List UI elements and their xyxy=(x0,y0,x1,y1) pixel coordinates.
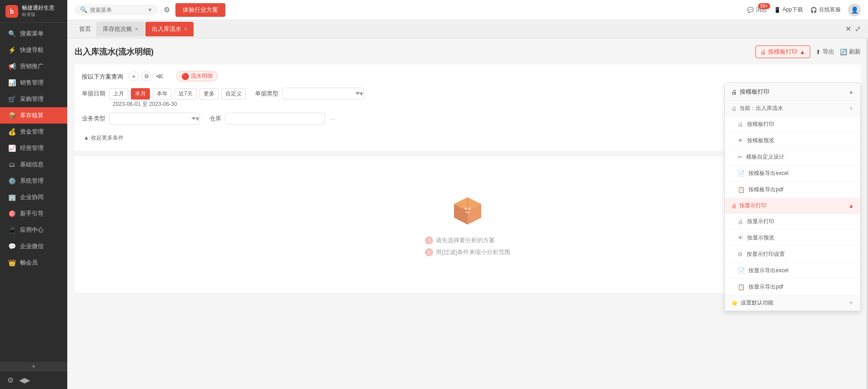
filter-tag[interactable]: 🔴 流水明细 xyxy=(176,71,218,81)
tip-text-2: 用[过滤]条件来缩小分析范围 xyxy=(436,248,510,256)
message-badge: 99+ xyxy=(758,3,770,9)
voucher-type-select[interactable] xyxy=(282,88,364,100)
dropdown-default-arrow: ▼ xyxy=(848,300,854,306)
filter-add-button[interactable]: + xyxy=(129,71,139,81)
search-dropdown-icon[interactable]: ▼ xyxy=(147,7,153,13)
sidebar-item-inventory[interactable]: 📦 库存核算 xyxy=(0,107,67,124)
tab-batch-close[interactable]: × xyxy=(135,26,138,32)
message-item[interactable]: 💬 消息 99+ xyxy=(747,6,767,14)
tab-flow[interactable]: 出入库流水 × xyxy=(145,22,194,36)
dropdown-item-display-preview[interactable]: 👁 按显示预览 xyxy=(725,230,860,246)
date-this-year[interactable]: 本年 xyxy=(153,88,172,100)
sidebar-item-system[interactable]: ⚙️ 系统管理 xyxy=(0,173,67,189)
sidebar-item-enterprise[interactable]: 🏢 企业协同 xyxy=(0,189,67,205)
print-template-button[interactable]: 🖨 按模板打印 ▲ xyxy=(755,45,810,58)
refresh-icon: 🔄 xyxy=(840,49,847,55)
header-gear-icon[interactable]: ⚙ xyxy=(164,5,170,14)
tab-batch[interactable]: 库存批次账 × xyxy=(96,22,145,36)
filter-gear-button[interactable]: ⚙ xyxy=(141,71,151,81)
empty-tip-1: 1 请先选择要分析的方案 xyxy=(425,236,510,244)
display-excel-icon: 📄 xyxy=(738,267,745,274)
sidebar-item-operations[interactable]: 📈 经营管理 xyxy=(0,140,67,156)
app-download-item[interactable]: 📱 App下载 xyxy=(774,6,803,14)
dropdown-item-template-design[interactable]: ✏ 模板自定义设计 xyxy=(725,149,860,165)
sidebar-icon-system: ⚙️ xyxy=(7,177,16,185)
date-7-days[interactable]: 近7天 xyxy=(175,88,197,100)
sidebar-icon-wechat: 💬 xyxy=(7,243,16,250)
display-settings-icon: ⚙ xyxy=(738,251,743,258)
sidebar-item-shortcut[interactable]: ⚡ 快捷导航 xyxy=(0,42,67,58)
tab-home[interactable]: 首页 xyxy=(75,22,95,36)
dropdown-default-section[interactable]: ⭐ 设置默认功能 ▼ xyxy=(725,295,860,311)
header-search-box[interactable]: 🔍 ▼ xyxy=(75,5,158,15)
main-area: 🔍 ▼ ⚙ 体验行业方案 💬 消息 99+ 📱 App下载 🎧 在线客服 👤 xyxy=(67,0,868,389)
dropdown-item-template-excel[interactable]: 📄 按模板导出excel xyxy=(725,165,860,182)
dropdown-current-section[interactable]: 🖨 当前：出入库流水 ▼ xyxy=(725,101,860,116)
sidebar-item-sales[interactable]: 📊 销售管理 xyxy=(0,75,67,91)
empty-svg xyxy=(449,193,486,229)
tab-close-all-button[interactable]: ✕ xyxy=(845,25,851,33)
svg-point-6 xyxy=(465,208,467,209)
tab-maximize-button[interactable]: ⤢ xyxy=(855,25,861,33)
sidebar-scroll-down[interactable]: ▼ xyxy=(0,362,67,371)
refresh-button[interactable]: 🔄 刷新 xyxy=(840,48,861,56)
sidebar-label-system: 系统管理 xyxy=(20,177,44,185)
sidebar-item-finance[interactable]: 💰 资金管理 xyxy=(0,124,67,140)
warehouse-more-icon[interactable]: ··· xyxy=(330,115,335,122)
collapse-icon[interactable]: ◀▶ xyxy=(19,376,30,384)
display-pdf-icon: 📋 xyxy=(738,284,745,290)
biz-type-select[interactable] xyxy=(109,113,200,125)
sidebar-item-basic[interactable]: 🗂 基础信息 xyxy=(0,156,67,173)
sidebar-item-member[interactable]: 👑 畅会员 xyxy=(0,254,67,271)
dropdown-current-arrow: ▼ xyxy=(848,105,854,112)
sidebar-bottom: ⚙ ◀▶ xyxy=(0,371,67,389)
page-actions: 🖨 按模板打印 ▲ ⬆ 导出 🔄 刷新 xyxy=(755,45,861,58)
sidebar-label-wechat: 企业微信 xyxy=(20,242,44,250)
trial-button[interactable]: 体验行业方案 xyxy=(175,3,225,17)
dropdown-item-display-print-settings[interactable]: ⚙ 按显示打印设置 xyxy=(725,246,860,263)
date-last-month[interactable]: 上月 xyxy=(109,88,128,100)
warehouse-input[interactable] xyxy=(225,113,325,125)
date-more[interactable]: 更多 xyxy=(200,88,219,100)
sidebar-item-search[interactable]: 🔍 搜索菜单 xyxy=(0,25,67,42)
collapse-more-btn[interactable]: ▲ 收起更多条件 xyxy=(82,132,125,144)
filter-tag-label: 流水明细 xyxy=(191,72,213,80)
dropdown-item-template-print[interactable]: 🖨 按模板打印 xyxy=(725,116,860,133)
warehouse-field: 仓库 ··· xyxy=(210,113,335,125)
search-input[interactable] xyxy=(90,7,145,13)
sidebar-item-apps[interactable]: 📱 应用中心 xyxy=(0,222,67,238)
date-btn-row: 上月 本月 本年 近7天 更多 自定义 xyxy=(109,88,246,100)
resize-handle[interactable] xyxy=(866,38,868,389)
page-area: 出入库流水(流水明细) 🖨 按模板打印 ▲ ⬆ 导出 🔄 刷新 xyxy=(67,38,868,389)
user-avatar[interactable]: 👤 xyxy=(848,4,861,16)
sidebar: b 畅捷通好生意 标准版 🔍 搜索菜单 ⚡ 快捷导航 📢 营销推广 📊 销售管理… xyxy=(0,0,67,389)
empty-tips: 1 请先选择要分析的方案 2 用[过滤]条件来缩小分析范围 xyxy=(425,236,510,256)
print-dropdown-panel: 🖨 按模板打印 ▲ 🖨 当前：出入库流水 ▼ 🖨 按模板打印 👁 xyxy=(724,83,861,311)
dropdown-default-label: ⭐ 设置默认功能 xyxy=(731,299,773,307)
sidebar-item-marketing[interactable]: 📢 营销推广 xyxy=(0,58,67,75)
export-button[interactable]: ⬆ 导出 xyxy=(816,48,834,56)
settings-icon[interactable]: ⚙ xyxy=(7,376,14,384)
dropdown-item-template-pdf[interactable]: 📋 按模板导出pdf xyxy=(725,182,860,198)
sidebar-item-purchase[interactable]: 🛒 采购管理 xyxy=(0,91,67,107)
dropdown-item-template-preview[interactable]: 👁 按模板预览 xyxy=(725,133,860,149)
filter-collapse-button[interactable]: ≪ xyxy=(154,71,165,81)
tab-flow-close[interactable]: × xyxy=(184,26,187,32)
tip-num-1: 1 xyxy=(425,236,433,244)
excel-icon: 📄 xyxy=(738,170,745,177)
date-custom[interactable]: 自定义 xyxy=(221,88,246,100)
online-service-label: 在线客服 xyxy=(819,6,841,14)
dropdown-item-display-print[interactable]: 🖨 按显示打印 xyxy=(725,214,860,230)
printer-icon4: 🖨 xyxy=(731,203,737,209)
dropdown-item-display-excel[interactable]: 📄 按显示导出excel xyxy=(725,263,860,279)
dropdown-title: 🖨 按模板打印 xyxy=(731,88,769,96)
brand-sub: 标准版 xyxy=(22,11,55,18)
biz-type-label: 业务类型 xyxy=(82,115,105,123)
dropdown-display-section-header[interactable]: 🖨 按显示打印 ▲ xyxy=(725,198,860,214)
sidebar-item-newbie[interactable]: 🎯 新手引导 xyxy=(0,205,67,222)
date-this-month[interactable]: 本月 xyxy=(131,88,150,100)
dropdown-item-display-pdf[interactable]: 📋 按显示导出pdf xyxy=(725,279,860,295)
dropdown-collapse-icon[interactable]: ▲ xyxy=(848,89,854,95)
online-service-item[interactable]: 🎧 在线客服 xyxy=(810,6,841,14)
sidebar-item-wechat[interactable]: 💬 企业微信 xyxy=(0,238,67,254)
